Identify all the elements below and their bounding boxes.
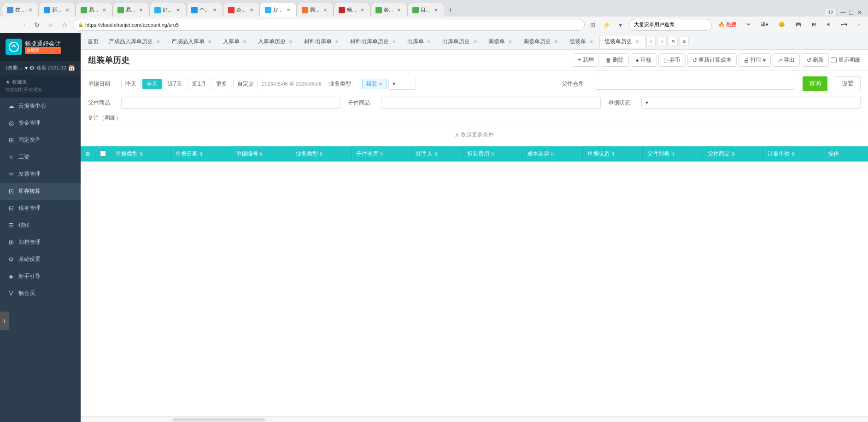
settings-icon[interactable]: ⚙	[29, 65, 35, 71]
cut-button[interactable]: ✂	[743, 19, 754, 31]
company-selector[interactable]: (勿删勿禁用) 江西服宝测试专用 ▾ ⚙ 账期 2021-10 📅	[0, 61, 81, 75]
browser-tab-8[interactable]: 好... ✕	[260, 3, 297, 17]
th-handler[interactable]: 经手人 ⇅	[411, 146, 463, 162]
child-product-input[interactable]: ···	[381, 97, 600, 109]
page-tab-prod-inbound-history[interactable]: 产成品入库单历史 ✕	[104, 35, 166, 48]
page-tab-close-3[interactable]: ✕	[241, 38, 248, 45]
game-button[interactable]: 🎮	[792, 19, 805, 31]
page-tab-close-8[interactable]: ✕	[472, 38, 478, 45]
maximize-button[interactable]: □	[850, 9, 853, 16]
th-order-status[interactable]: 单据状态 ⇅	[582, 146, 642, 162]
browser-tab-1[interactable]: 在... ✕	[2, 3, 39, 17]
undo-button[interactable]: ↩▾	[837, 19, 851, 31]
minimize-button[interactable]: ─	[840, 8, 845, 17]
biz-type-dropdown[interactable]: ▾	[388, 78, 416, 90]
settings-button[interactable]: 设置	[835, 76, 861, 91]
new-button[interactable]: + 新增	[573, 53, 598, 67]
browser-tab-10[interactable]: 畅... ✕	[334, 3, 370, 17]
tab-close-3[interactable]: ✕	[101, 7, 107, 13]
sidebar-item-salary[interactable]: ≡ 工资	[0, 149, 81, 166]
audit-button[interactable]: ● 审核	[631, 53, 657, 67]
tab-close-5[interactable]: ✕	[175, 7, 181, 13]
dropdown-button[interactable]: ▾	[615, 19, 626, 30]
abandon-button[interactable]: ◌ 弃审	[658, 53, 686, 67]
browser-tab-4[interactable]: 易... ✕	[112, 3, 149, 17]
bookmark-button[interactable]: ☆	[59, 19, 70, 30]
recalculate-button[interactable]: ↺ 重新计算成本	[687, 53, 737, 67]
settings-col-icon[interactable]: ⚙	[85, 151, 90, 157]
th-checkbox[interactable]	[95, 146, 111, 162]
page-tab-assemble[interactable]: 组装单 ✕	[564, 35, 599, 48]
th-order-no[interactable]: 单据编号 ⇅	[231, 146, 291, 162]
sidebar-item-fund[interactable]: ◎ 资金管理	[0, 115, 81, 132]
th-parent-product[interactable]: 父件商品 ⇅	[703, 146, 762, 162]
tab-close-1[interactable]: ✕	[27, 7, 34, 13]
lightning-button[interactable]: ⚡	[601, 19, 612, 30]
date-btn-yesterday[interactable]: 昨天	[121, 79, 141, 89]
select-all-checkbox[interactable]	[100, 150, 106, 156]
parent-warehouse-input[interactable]: ···	[595, 78, 795, 90]
tab-close-all[interactable]: ✕	[669, 37, 678, 46]
tab-close-8[interactable]: ✕	[285, 7, 292, 13]
th-cost-diff[interactable]: 成本差异 ⇅	[522, 146, 582, 162]
tab-nav-left[interactable]: ‹	[646, 37, 656, 46]
biz-type-tag-close[interactable]: ✕	[379, 81, 382, 87]
print-button[interactable]: 🖨 打印 ▾	[739, 53, 771, 67]
home-button[interactable]: ⌂	[45, 19, 56, 30]
browser-tab-5[interactable]: 好... ✕	[149, 3, 186, 17]
collapse-filter-button[interactable]: ∧ 收起更多条件	[455, 129, 494, 140]
extensions-button[interactable]: ⊞	[587, 19, 598, 30]
tab-close-10[interactable]: ✕	[359, 7, 365, 13]
page-tab-inbound-history[interactable]: 入库单历史 ✕	[253, 35, 299, 48]
tab-close-7[interactable]: ✕	[248, 7, 255, 13]
search-bar[interactable]: 大量安卓用户逃离	[629, 19, 712, 31]
hot-search-button[interactable]: 🔥 热搜	[715, 19, 740, 31]
page-tab-close-10[interactable]: ✕	[553, 38, 559, 45]
menu-button[interactable]: ≡	[854, 19, 864, 31]
th-order-date[interactable]: 单据日期 ⇅	[171, 146, 231, 162]
page-tab-assemble-history[interactable]: 组装单历史 ✕	[599, 35, 645, 48]
forward-button[interactable]: →	[18, 19, 29, 30]
th-order-type[interactable]: 单据类型 ⇅	[111, 146, 171, 162]
date-btn-today[interactable]: 今天	[142, 79, 162, 89]
th-child-warehouse[interactable]: 子件仓库 ⇅	[351, 146, 411, 162]
export-button[interactable]: ↗ 导出	[773, 53, 800, 67]
address-bar[interactable]: 🔒 https://cloud.chanjet.com/accounting/u…	[73, 19, 585, 31]
page-tab-close-11[interactable]: ✕	[588, 38, 594, 45]
close-button[interactable]: ✕	[857, 9, 862, 16]
sidebar-item-cloud-report[interactable]: ☁ 云报表中心	[0, 98, 81, 115]
show-detail-toggle[interactable]: 显示明细	[831, 56, 861, 64]
th-parent-list[interactable]: 父件列表 ⇅	[643, 146, 703, 162]
page-tab-close-2[interactable]: ✕	[206, 38, 213, 45]
page-tab-close-4[interactable]: ✕	[287, 38, 294, 45]
query-button[interactable]: 查询	[803, 76, 827, 91]
date-btn-custom[interactable]: 自定义	[233, 79, 258, 89]
sidebar-item-stock[interactable]: ⊡ 库存核算	[0, 183, 81, 200]
page-tab-close-6[interactable]: ✕	[391, 38, 397, 45]
calendar-icon[interactable]: 📅	[68, 65, 75, 71]
sidebar-item-basic[interactable]: ⚙ 基础设置	[0, 251, 81, 268]
tab-nav-right[interactable]: ›	[657, 37, 667, 46]
reload-button[interactable]: ↻	[31, 19, 42, 30]
delete-button[interactable]: 🗑 删除	[601, 53, 629, 67]
page-tab-outbound[interactable]: 出库单 ✕	[402, 35, 437, 48]
translate-button[interactable]: 译▾	[757, 19, 772, 31]
sidebar-item-member[interactable]: V 畅会员	[0, 285, 81, 302]
new-tab-button[interactable]: +	[444, 4, 457, 17]
page-tab-close-12[interactable]: ✕	[634, 38, 640, 45]
emoji-button[interactable]: 😊	[775, 19, 789, 31]
th-disassemble-cost[interactable]: 拆装费用 ⇅	[462, 146, 522, 162]
th-biz-type[interactable]: 业务类型 ⇅	[291, 146, 351, 162]
page-tab-close-5[interactable]: ✕	[334, 38, 340, 45]
tab-close-9[interactable]: ✕	[322, 7, 328, 13]
tab-menu[interactable]: ≡	[680, 37, 689, 46]
tab-close-2[interactable]: ✕	[64, 7, 70, 13]
left-float-button[interactable]: +	[0, 312, 9, 330]
refresh-button[interactable]: ↺ 刷新	[802, 53, 829, 67]
parent-product-input[interactable]: ···	[121, 97, 340, 109]
page-tab-outbound-history[interactable]: 出库单历史 ✕	[437, 35, 483, 48]
th-settings[interactable]: ⚙	[81, 146, 95, 162]
page-tab-close-9[interactable]: ✕	[507, 38, 513, 45]
tab-close-11[interactable]: ✕	[396, 7, 402, 13]
page-tab-material-outbound-history[interactable]: 材料出库单历史 ✕	[345, 35, 402, 48]
